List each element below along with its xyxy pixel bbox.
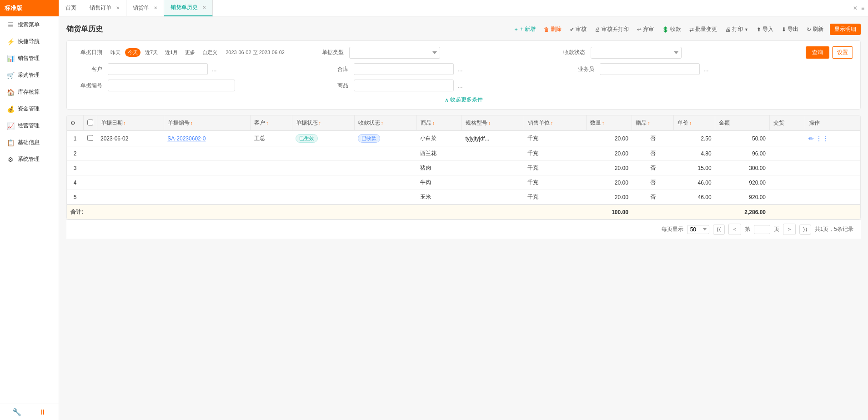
next-page-button[interactable]: ＞: [783, 224, 796, 235]
tab-bar: 首页 销售订单 ✕ 销货单 ✕ 销货单历史 ✕ ✕ ≡: [59, 0, 868, 16]
summary-transaction-empty: [769, 205, 805, 219]
filter-doc-type-select[interactable]: [349, 47, 440, 59]
sidebar-item-label: 搜索菜单: [18, 21, 40, 29]
th-collect-status[interactable]: 收款状态↕: [354, 115, 416, 131]
review-button[interactable]: ✔ 审核: [568, 25, 588, 34]
sidebar-item-basic-info[interactable]: 📋 基础信息: [0, 134, 59, 151]
td-checkbox[interactable]: [83, 175, 97, 190]
filter-salesperson-input[interactable]: [600, 63, 700, 75]
filter-goods-dots[interactable]: ...: [457, 82, 463, 89]
filter-doc-no-input[interactable]: [108, 80, 235, 91]
td-doc-no[interactable]: [164, 146, 251, 161]
td-doc-no[interactable]: [164, 190, 251, 205]
collect-button[interactable]: 💲 收款: [660, 25, 683, 34]
delete-button[interactable]: 🗑 删除: [542, 25, 563, 34]
select-all-checkbox[interactable]: [87, 120, 93, 125]
tab-sales-history-close[interactable]: ✕: [202, 5, 206, 10]
th-checkbox[interactable]: [83, 115, 97, 131]
per-page-select[interactable]: 50 20 100: [687, 225, 709, 234]
sidebar-item-finance-mgmt[interactable]: 💰 资金管理: [0, 100, 59, 117]
sidebar-item-sales-mgmt[interactable]: 📊 销售管理: [0, 50, 59, 67]
tab-bar-close-all[interactable]: ✕: [853, 5, 858, 11]
collapse-button[interactable]: ∧ 收起更多条件: [74, 96, 853, 104]
filter-salesperson-dots[interactable]: ...: [703, 65, 709, 73]
print-button[interactable]: 🖨 打印 ▼: [723, 25, 750, 34]
sidebar-item-quick-nav[interactable]: ⚡ 快捷导航: [0, 33, 59, 50]
import-button[interactable]: ⬆ 导入: [755, 25, 775, 34]
th-doc-status[interactable]: 单据状态↕: [292, 115, 354, 131]
finance-mgmt-icon: 💰: [7, 105, 14, 113]
add-button[interactable]: ＋ + 新增: [512, 25, 537, 34]
date-tab-custom[interactable]: 自定义: [200, 48, 220, 57]
th-doc-date[interactable]: 单据日期↕: [97, 115, 164, 131]
abandon-button[interactable]: ↩ 弃审: [635, 25, 656, 34]
collapse-chevron-icon: ∧: [445, 97, 449, 103]
td-doc-date: [97, 146, 164, 161]
tab-home[interactable]: 首页: [59, 0, 83, 16]
td-row-no: 4: [67, 175, 83, 190]
sales-mgmt-icon: 📊: [7, 55, 14, 62]
filter-warehouse-dots[interactable]: ...: [457, 65, 463, 73]
settings-button[interactable]: 设置: [832, 46, 853, 59]
th-qty[interactable]: 数量↕: [587, 115, 632, 131]
tab-sales-order[interactable]: 销售订单 ✕: [83, 0, 126, 16]
th-sales-unit[interactable]: 销售单位↕: [524, 115, 586, 131]
sidebar-item-purchase-mgmt[interactable]: 🛒 采购管理: [0, 67, 59, 84]
sidebar-bottom-icon1[interactable]: 🔧: [12, 408, 21, 416]
td-checkbox[interactable]: [83, 190, 97, 205]
filter-goods-input[interactable]: [354, 80, 454, 91]
tab-sales-order-close[interactable]: ✕: [116, 5, 120, 10]
filter-customer-input[interactable]: [108, 63, 208, 75]
td-doc-no[interactable]: [164, 161, 251, 175]
td-doc-no[interactable]: SA-20230602-0: [164, 131, 251, 146]
th-gift[interactable]: 赠品↕: [632, 115, 673, 131]
row-checkbox[interactable]: [87, 135, 93, 141]
date-tab-7days[interactable]: 近7天: [142, 48, 161, 57]
review-print-button[interactable]: 🖨 审核并打印: [593, 25, 631, 34]
edit-icon[interactable]: ✏: [808, 135, 814, 142]
td-unit-price: 15.00: [673, 161, 715, 175]
sidebar-item-inventory-calc[interactable]: 🏠 库存核算: [0, 84, 59, 100]
date-tab-today[interactable]: 今天: [125, 48, 140, 57]
more-action-icon[interactable]: ⋮⋮: [816, 135, 828, 142]
first-page-button[interactable]: ⟨⟨: [713, 225, 725, 235]
td-amount: 50.00: [715, 131, 769, 146]
filter-collect-status-select[interactable]: [591, 47, 682, 59]
th-goods[interactable]: 商品↕: [416, 115, 462, 131]
td-doc-status: [292, 175, 354, 190]
last-page-button[interactable]: ⟩⟩: [799, 225, 811, 235]
sidebar-item-system-mgmt[interactable]: ⚙ 系统管理: [0, 151, 59, 168]
table-header-row: ⚙ 单据日期↕ 单据编号↕ 客户↕ 单据状态↕ 收款状态↕ 商品↕ 规格型号↕ …: [67, 115, 860, 131]
tab-sales-history[interactable]: 销货单历史 ✕: [164, 0, 213, 16]
filter-customer-dots[interactable]: ...: [211, 65, 217, 73]
td-checkbox[interactable]: [83, 131, 97, 146]
refresh-button[interactable]: ↻ 刷新: [805, 25, 825, 34]
th-customer[interactable]: 客户↕: [251, 115, 292, 131]
filter-doc-no-label: 单据编号: [74, 82, 106, 90]
tab-bar-menu[interactable]: ≡: [861, 5, 864, 11]
batch-change-button[interactable]: ⇄ 批量变更: [687, 25, 719, 34]
th-doc-no[interactable]: 单据编号↕: [164, 115, 251, 131]
tab-sales-goods[interactable]: 销货单 ✕: [126, 0, 164, 16]
date-tab-yesterday[interactable]: 昨天: [108, 48, 123, 57]
th-settings[interactable]: ⚙: [67, 115, 83, 131]
prev-page-button[interactable]: ＜: [728, 224, 741, 235]
query-button[interactable]: 查询: [806, 46, 829, 59]
date-tab-more[interactable]: 更多: [182, 48, 198, 57]
data-table: ⚙ 单据日期↕ 单据编号↕ 客户↕ 单据状态↕ 收款状态↕ 商品↕ 规格型号↕ …: [67, 115, 860, 219]
filter-warehouse-input[interactable]: [354, 63, 454, 75]
td-doc-no[interactable]: [164, 175, 251, 190]
td-action: [805, 161, 860, 175]
td-checkbox[interactable]: [83, 161, 97, 175]
export-button[interactable]: ⬇ 导出: [780, 25, 800, 34]
date-tab-1month[interactable]: 近1月: [162, 48, 181, 57]
th-spec-type[interactable]: 规格型号↕: [462, 115, 524, 131]
show-detail-button[interactable]: 显示明细: [830, 24, 861, 35]
td-checkbox[interactable]: [83, 146, 97, 161]
sidebar-bottom-icon2[interactable]: ⏸: [39, 408, 46, 416]
sidebar-item-search-menu[interactable]: ☰ 搜索菜单: [0, 16, 59, 33]
tab-sales-goods-close[interactable]: ✕: [154, 5, 157, 10]
page-input[interactable]: 1: [754, 225, 770, 234]
th-unit-price[interactable]: 单价↕: [673, 115, 715, 131]
sidebar-item-operation-mgmt[interactable]: 📈 经营管理: [0, 117, 59, 134]
